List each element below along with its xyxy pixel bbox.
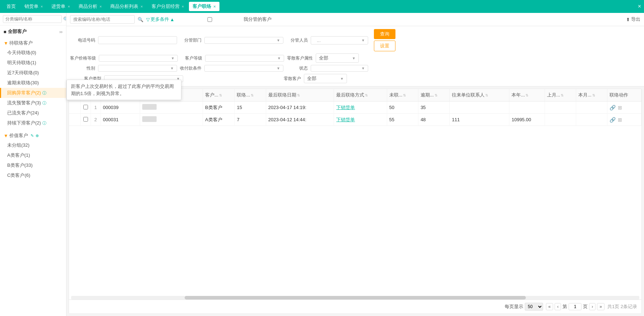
more-action-icon[interactable]: ⊞	[618, 117, 622, 123]
info-icon2: ⓘ	[42, 100, 46, 106]
sidebar-search-icon[interactable]: 🔍	[63, 16, 66, 22]
th-this-month[interactable]: 本月... ⇅	[576, 89, 607, 102]
cell-last-method[interactable]: 下销货单	[334, 114, 387, 126]
cell-last-method[interactable]: 下销货单	[334, 102, 387, 114]
cell-checkbox	[80, 114, 91, 126]
cell-name	[140, 114, 203, 126]
chevron-down-icon5: ▼	[352, 56, 356, 60]
filter-row-1: 电话号码 分管部门 ▼ 分管人员 ... ▼ 查询 设置	[70, 29, 640, 51]
scrollbar-thumb[interactable]	[185, 296, 525, 300]
sidebar-item-tomorrow[interactable]: 明天待联络(1)	[0, 58, 66, 68]
set-button[interactable]: 设置	[374, 41, 395, 51]
retail-attr-select[interactable]: 全部 ▼	[316, 53, 359, 63]
chevron-down-icon3: ▼	[171, 56, 175, 60]
price-level-select[interactable]: ▼	[99, 55, 178, 62]
query-button[interactable]: 查询	[374, 29, 395, 39]
close-icon[interactable]: ×	[41, 4, 43, 9]
sidebar-search-area: 🔍	[0, 13, 66, 25]
pagination: « ‹ 第 页 › »	[546, 303, 604, 310]
filter-row-3: 性别 ▼ 收付款条件 ▼ 状态 ▼	[70, 65, 640, 72]
chevron-down-icon6: ▼	[170, 66, 174, 70]
sidebar-value-customer-group[interactable]: ▼ 价值客户 ✎ ⊕	[0, 130, 66, 140]
cell-settings	[69, 102, 80, 114]
th-last-method[interactable]: 最后联络方式 ⇅	[334, 89, 387, 102]
sidebar-item-lost[interactable]: 已流失客户(24)	[0, 108, 66, 118]
sidebar-item-lost-preview[interactable]: 流失预警客户(3) ⓘ	[0, 98, 66, 108]
prev-page-button[interactable]: ‹	[555, 303, 561, 310]
table-scroll-container[interactable]: ⚙ 客户编码 ⇅	[69, 89, 641, 296]
horizontal-scrollbar[interactable]	[71, 296, 639, 300]
th-contact-person[interactable]: 往来单位联系人 ⇅	[450, 89, 509, 102]
sidebar-pending-group[interactable]: ▼ 待联络客户	[0, 38, 66, 48]
nav-customer-layer[interactable]: 客户分层经营 ×	[148, 2, 187, 11]
phone-input[interactable]	[98, 36, 177, 44]
dots-icon[interactable]: ...	[317, 38, 321, 43]
cell-contact-person: 111	[450, 114, 509, 126]
nav-customer-contact[interactable]: 客户联络 ×	[189, 2, 219, 11]
close-icon[interactable]: ×	[68, 4, 70, 9]
first-page-button[interactable]: «	[546, 303, 553, 310]
status-select[interactable]: ▼	[311, 65, 368, 72]
th-uncontact[interactable]: 未联... ⇅	[387, 89, 418, 102]
th-type[interactable]: 客户... ⇅	[203, 89, 234, 102]
tooltip-box: 距客户上次交易时长，超过了此客户的平均交易周期的1.5倍，则视为异常。	[66, 80, 181, 100]
sidebar-item-7days[interactable]: 近7天待联络(0)	[0, 68, 66, 78]
close-icon[interactable]: ×	[140, 4, 143, 9]
window-close-icon[interactable]: ×	[638, 3, 641, 10]
nav-product-analysis[interactable]: 商品分析 ×	[75, 2, 105, 11]
sort-icon3: ⇅	[219, 93, 222, 97]
last-method-link[interactable]: 下销货单	[336, 117, 355, 122]
close-icon[interactable]: ×	[99, 4, 102, 9]
retail-customer-select[interactable]: 全部 ▼	[304, 74, 347, 83]
last-page-button[interactable]: »	[597, 303, 604, 310]
search-icon[interactable]: 🔍	[138, 17, 143, 22]
th-overdue[interactable]: 逾期... ⇅	[418, 89, 449, 102]
close-icon[interactable]: ×	[213, 4, 216, 9]
sidebar-item-a-class[interactable]: A类客户(1)	[0, 150, 66, 160]
sidebar-search-input[interactable]	[3, 15, 62, 23]
sidebar-fold-icon[interactable]: ››	[59, 29, 62, 34]
nav-home[interactable]: 首页	[3, 2, 19, 11]
sidebar-item-overdue[interactable]: 逾期未联络(30)	[0, 78, 66, 88]
nav-product-list[interactable]: 商品分析列表 ×	[107, 2, 146, 11]
contact-icon[interactable]: 🔗	[610, 117, 616, 123]
person-select[interactable]: ... ▼	[311, 36, 368, 44]
last-method-link[interactable]: 下销货单	[336, 105, 355, 110]
customer-level-select[interactable]: ▼	[205, 55, 284, 62]
more-conditions-button[interactable]: ▽ 更多条件 ▲	[146, 16, 175, 23]
table-row: 2 000031 A类客户 7 2023-04-12 14:44: 下销货单 5…	[69, 114, 641, 126]
search-input[interactable]	[70, 15, 135, 24]
contact-icon[interactable]: 🔗	[610, 105, 616, 110]
sidebar-item-today[interactable]: 今天待联络(0)	[0, 48, 66, 58]
dept-select[interactable]: ▼	[204, 37, 283, 44]
th-last-date[interactable]: 最后联络日期 ⇅	[266, 89, 334, 102]
add-icon[interactable]: ⊕	[36, 133, 39, 138]
next-page-button[interactable]: ›	[589, 303, 596, 310]
my-customer-checkbox[interactable]	[177, 17, 242, 22]
gender-select[interactable]: ▼	[98, 65, 177, 72]
sidebar-item-declining[interactable]: 持续下滑客户(2) ⓘ	[0, 118, 66, 128]
th-last-month[interactable]: 上月... ⇅	[545, 89, 576, 102]
row-checkbox[interactable]	[83, 117, 88, 122]
row-checkbox[interactable]	[83, 105, 88, 109]
cell-contact-person	[450, 102, 509, 114]
my-customer-checkbox-label[interactable]: 我分管的客户	[177, 16, 272, 23]
th-this-year[interactable]: 本年... ⇅	[509, 89, 545, 102]
nav-sales-order[interactable]: 销货单 ×	[21, 2, 46, 11]
sidebar-all-customers[interactable]: ■ 全部客户 ››	[0, 25, 66, 38]
th-contact[interactable]: 联络... ⇅	[235, 89, 266, 102]
per-page-dropdown[interactable]: 50 100 200	[525, 303, 543, 311]
sidebar-item-abnormal[interactable]: 回购异常客户(2) ⓘ	[0, 88, 66, 98]
more-action-icon[interactable]: ⊞	[618, 105, 622, 110]
toolbar: 🔍 ▽ 更多条件 ▲ 我分管的客户 ⬆ 导出	[66, 13, 644, 26]
sidebar-item-b-class[interactable]: B类客户(33)	[0, 160, 66, 170]
payment-select[interactable]: ▼	[204, 65, 283, 72]
export-button[interactable]: ⬆ 导出	[626, 16, 640, 23]
page-number-input[interactable]	[569, 303, 582, 310]
close-icon[interactable]: ×	[182, 4, 184, 9]
nav-purchase-order[interactable]: 进货单 ×	[48, 2, 73, 11]
chevron-up-icon: ▲	[170, 17, 175, 22]
sidebar-item-ungroup[interactable]: 未分组(32)	[0, 140, 66, 150]
sidebar-item-c-class[interactable]: C类客户(6)	[0, 170, 66, 180]
edit-icon[interactable]: ✎	[31, 133, 34, 138]
